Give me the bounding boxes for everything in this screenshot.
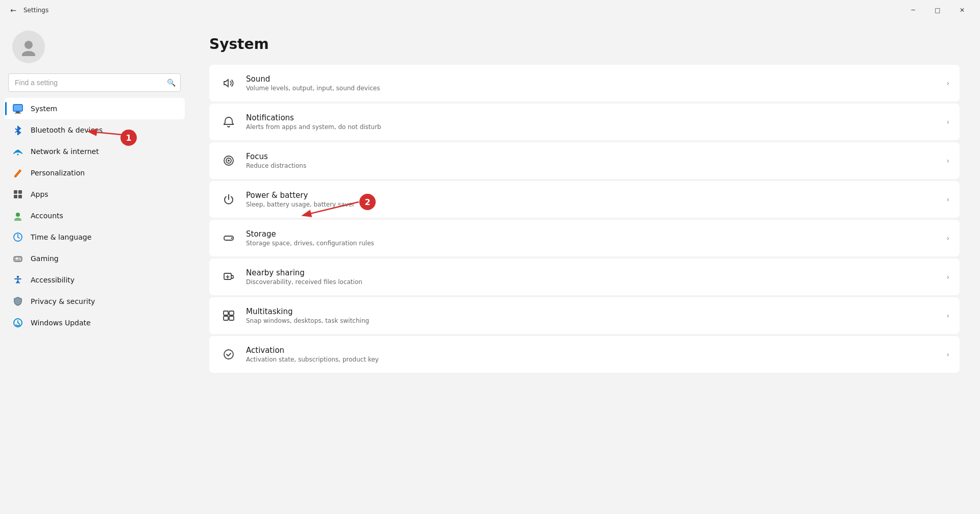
sidebar-item-gaming[interactable]: Gaming (4, 248, 185, 269)
settings-title-power: Power & battery (246, 191, 946, 200)
settings-desc-multitasking: Snap windows, desktops, task switching (246, 317, 946, 324)
titlebar: ← Settings ─ □ ✕ (0, 0, 980, 20)
search-icon: 🔍 (167, 79, 176, 87)
settings-title-activation: Activation (246, 346, 946, 355)
settings-desc-sound: Volume levels, output, input, sound devi… (246, 85, 946, 92)
sidebar-label-personalization: Personalization (31, 169, 85, 177)
settings-item-sound[interactable]: Sound Volume levels, output, input, soun… (209, 65, 960, 101)
sidebar-label-system: System (31, 105, 57, 113)
settings-item-power[interactable]: Power & battery Sleep, battery usage, ba… (209, 181, 960, 218)
settings-title-notifications: Notifications (246, 113, 946, 122)
notifications-icon (219, 113, 238, 131)
sidebar-item-accessibility[interactable]: Accessibility (4, 269, 185, 291)
settings-text-nearby: Nearby sharing Discoverability, received… (246, 268, 946, 286)
settings-text-sound: Sound Volume levels, output, input, soun… (246, 74, 946, 92)
settings-desc-nearby: Discoverability, received files location (246, 278, 946, 286)
chevron-icon-notifications: › (946, 118, 949, 126)
svg-rect-7 (18, 190, 22, 194)
settings-text-notifications: Notifications Alerts from apps and syste… (246, 113, 946, 131)
svg-point-20 (228, 160, 230, 162)
settings-item-multitasking[interactable]: Multitasking Snap windows, desktops, tas… (209, 297, 960, 334)
sound-icon (219, 74, 238, 92)
sidebar-item-privacy[interactable]: Privacy & security (4, 291, 185, 312)
window-controls: ─ □ ✕ (901, 2, 974, 18)
windows-update-icon (12, 317, 23, 328)
svg-rect-9 (18, 195, 22, 198)
settings-list: Sound Volume levels, output, input, soun… (209, 65, 960, 373)
sidebar-item-time[interactable]: Time & language (4, 226, 185, 248)
svg-point-28 (224, 350, 233, 359)
sidebar-item-windows-update[interactable]: Windows Update (4, 312, 185, 333)
power-icon (219, 190, 238, 209)
back-button[interactable]: ← (6, 3, 20, 17)
settings-item-notifications[interactable]: Notifications Alerts from apps and syste… (209, 104, 960, 140)
settings-title-focus: Focus (246, 152, 946, 161)
settings-desc-power: Sleep, battery usage, battery saver (246, 201, 946, 208)
back-icon: ← (10, 6, 16, 14)
svg-point-1 (22, 51, 35, 56)
focus-icon (219, 151, 238, 170)
accessibility-icon (12, 274, 23, 286)
svg-rect-24 (224, 311, 228, 315)
network-icon (12, 146, 23, 157)
chevron-icon-sound: › (946, 79, 949, 87)
minimize-button[interactable]: ─ (901, 2, 925, 18)
chevron-icon-activation: › (946, 350, 949, 358)
settings-desc-notifications: Alerts from apps and system, do not dist… (246, 123, 946, 131)
titlebar-title: Settings (23, 7, 48, 14)
chevron-icon-power: › (946, 195, 949, 203)
close-button[interactable]: ✕ (950, 2, 974, 18)
activation-icon (219, 345, 238, 364)
settings-title-nearby: Nearby sharing (246, 268, 946, 277)
sidebar-label-gaming: Gaming (31, 254, 59, 263)
chevron-icon-focus: › (946, 157, 949, 165)
maximize-button[interactable]: □ (926, 2, 949, 18)
multitasking-icon (219, 306, 238, 325)
sidebar-label-accounts: Accounts (31, 212, 63, 220)
settings-item-storage[interactable]: Storage Storage space, drives, configura… (209, 220, 960, 256)
svg-rect-25 (229, 311, 234, 315)
settings-text-storage: Storage Storage space, drives, configura… (246, 229, 946, 247)
svg-rect-6 (14, 190, 17, 194)
sidebar-label-apps: Apps (31, 190, 48, 198)
sidebar-item-network[interactable]: Network & internet (4, 141, 185, 162)
settings-title-storage: Storage (246, 229, 946, 239)
svg-point-22 (231, 238, 233, 239)
svg-rect-26 (224, 316, 228, 320)
sidebar: 🔍 System Bluetooth & devices Network & i… (0, 20, 189, 388)
search-box[interactable]: 🔍 (8, 73, 181, 92)
settings-desc-storage: Storage space, drives, configuration rul… (246, 240, 946, 247)
svg-rect-8 (14, 195, 17, 198)
settings-item-activation[interactable]: Activation Activation state, subscriptio… (209, 336, 960, 373)
page-title: System (209, 36, 960, 53)
search-input[interactable] (8, 73, 181, 92)
settings-item-focus[interactable]: Focus Reduce distractions › (209, 142, 960, 179)
gaming-icon (12, 253, 23, 264)
sidebar-label-bluetooth: Bluetooth & devices (31, 126, 103, 134)
sidebar-item-system[interactable]: System (4, 98, 185, 119)
chevron-icon-multitasking: › (946, 312, 949, 320)
personalization-icon (12, 167, 23, 178)
sidebar-label-accessibility: Accessibility (31, 276, 75, 284)
svg-rect-27 (229, 316, 234, 320)
svg-point-0 (24, 41, 33, 49)
sidebar-item-apps[interactable]: Apps (4, 184, 185, 205)
system-icon (12, 103, 23, 114)
settings-item-nearby[interactable]: Nearby sharing Discoverability, received… (209, 259, 960, 295)
accounts-icon (12, 210, 23, 221)
sidebar-label-windows-update: Windows Update (31, 319, 91, 327)
settings-text-power: Power & battery Sleep, battery usage, ba… (246, 191, 946, 208)
sidebar-nav: System Bluetooth & devices Network & int… (4, 98, 185, 333)
svg-point-11 (14, 218, 21, 221)
main-content: System Sound Volume levels, output, inpu… (189, 20, 980, 388)
svg-point-10 (16, 213, 20, 217)
chevron-icon-storage: › (946, 234, 949, 242)
settings-desc-activation: Activation state, subscriptions, product… (246, 356, 946, 363)
sidebar-item-bluetooth[interactable]: Bluetooth & devices (4, 119, 185, 141)
apps-icon (12, 189, 23, 200)
svg-point-14 (19, 258, 20, 259)
privacy-icon (12, 296, 23, 307)
sidebar-item-personalization[interactable]: Personalization (4, 162, 185, 184)
svg-point-16 (17, 276, 19, 278)
sidebar-item-accounts[interactable]: Accounts (4, 205, 185, 226)
